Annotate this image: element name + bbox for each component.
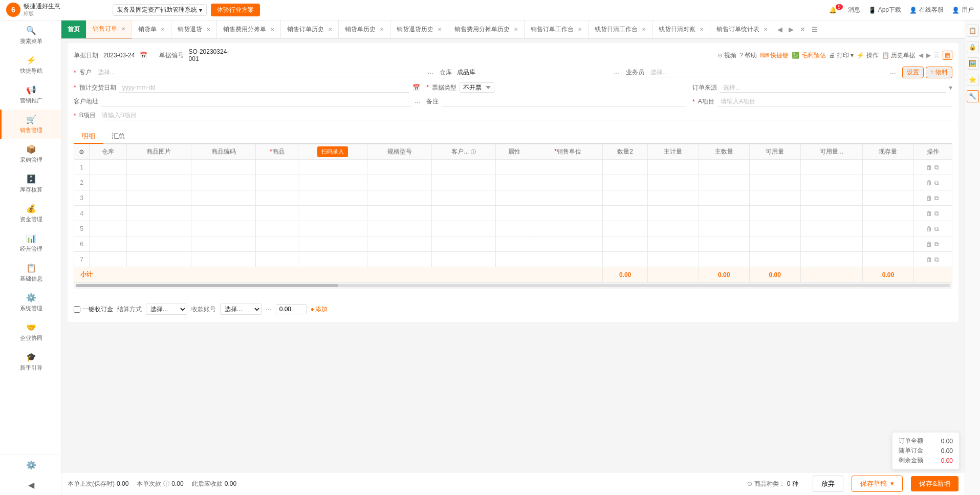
profit-btn[interactable]: 💹 毛利预估 bbox=[792, 51, 825, 60]
row-delete-icon[interactable]: 🗑 bbox=[926, 210, 932, 217]
tab-sales-invoice[interactable]: 销货单 ✕ bbox=[132, 20, 171, 39]
save-draft-btn[interactable]: 保存草稿 ▾ bbox=[852, 476, 903, 492]
sidebar-item-search[interactable]: 🔍 搜索菜单 bbox=[0, 20, 61, 50]
row-copy-icon[interactable]: ⧉ bbox=[934, 179, 939, 186]
system-selector[interactable]: 装备及固定资产辅助管理系统 ▾ bbox=[113, 4, 207, 16]
tab-sales-return[interactable]: 销货退货 ✕ bbox=[171, 20, 217, 39]
print-btn[interactable]: 🖨 打印 ▾ bbox=[829, 51, 854, 60]
sidebar-settings-btn[interactable]: ⚙️ bbox=[0, 455, 61, 475]
one-click-payment-checkbox[interactable]: 一键收订金 bbox=[74, 305, 113, 314]
tab-reconcile[interactable]: 钱货日清对账 ✕ bbox=[652, 20, 710, 39]
row-copy-icon[interactable]: ⧉ bbox=[934, 225, 939, 232]
tab-close-icon[interactable]: ✕ bbox=[121, 26, 125, 32]
right-icon-5[interactable]: 🔧 bbox=[967, 90, 979, 102]
sidebar-item-purchase[interactable]: 📦 采购管理 bbox=[0, 139, 61, 169]
operation-btn[interactable]: ⚡ 操作 bbox=[857, 51, 878, 60]
user-avatar[interactable]: 👤 用户 bbox=[952, 6, 974, 14]
remark-input[interactable] bbox=[442, 97, 686, 106]
tab-summary[interactable]: 汇总 bbox=[103, 130, 133, 143]
nav-next-icon[interactable]: ▶ bbox=[926, 52, 931, 59]
address-input[interactable] bbox=[101, 97, 411, 106]
row-copy-icon[interactable]: ⧉ bbox=[934, 241, 939, 248]
right-icon-1[interactable]: 📋 bbox=[967, 25, 979, 37]
horizontal-scrollbar[interactable] bbox=[74, 283, 952, 289]
tab-close-icon[interactable]: ✕ bbox=[700, 27, 704, 32]
row-copy-icon[interactable]: ⧉ bbox=[934, 256, 939, 263]
shortcut-btn[interactable]: ⌨ 快捷键 bbox=[760, 51, 789, 60]
th-scan[interactable]: 扫码录入 bbox=[298, 144, 367, 160]
save-new-btn[interactable]: 保存&新增 bbox=[911, 476, 959, 491]
b-project-input[interactable] bbox=[99, 111, 952, 120]
sidebar-item-finance[interactable]: 💰 资金管理 bbox=[0, 199, 61, 228]
layout-list-icon[interactable]: ☰ bbox=[934, 52, 940, 59]
right-icon-2[interactable]: 🔒 bbox=[967, 41, 979, 53]
add-payment-btn[interactable]: ● 添加 bbox=[311, 305, 328, 314]
tab-return-history[interactable]: 销货退货历史 ✕ bbox=[390, 20, 448, 39]
tab-sales-order-history[interactable]: 销售订单历史 ✕ bbox=[281, 20, 339, 39]
order-source-input[interactable] bbox=[720, 83, 946, 93]
app-download-btn[interactable]: 📱 App下载 bbox=[868, 6, 901, 14]
industry-btn[interactable]: 体验行业方案 bbox=[211, 4, 260, 16]
tab-close-icon[interactable]: ✕ bbox=[328, 27, 332, 32]
calendar2-icon[interactable]: 📅 bbox=[412, 84, 420, 91]
layout-grid-icon[interactable]: ▦ bbox=[943, 51, 952, 60]
row-delete-icon[interactable]: 🗑 bbox=[926, 256, 932, 263]
row-copy-icon[interactable]: ⧉ bbox=[934, 210, 939, 217]
message-icon[interactable]: 🔔 9 消息 bbox=[829, 6, 860, 14]
row-delete-icon[interactable]: 🗑 bbox=[926, 195, 932, 202]
ticket-select[interactable]: 不开票 bbox=[460, 82, 494, 93]
tab-close-icon[interactable]: ✕ bbox=[578, 27, 582, 32]
customer-input[interactable] bbox=[95, 68, 425, 77]
th-settings[interactable]: ⚙ bbox=[74, 144, 90, 160]
sidebar-item-quicknav[interactable]: ⚡ 快捷导航 bbox=[0, 50, 61, 80]
sidebar-collapse-btn[interactable]: ◀ bbox=[0, 475, 61, 495]
sidebar-item-guide[interactable]: 🎓 新手引导 bbox=[0, 347, 61, 377]
right-icon-3[interactable]: 🖼️ bbox=[967, 57, 979, 70]
tab-close-icon[interactable]: ✕ bbox=[438, 27, 442, 32]
sidebar-item-basic-info[interactable]: 📋 基础信息 bbox=[0, 258, 61, 288]
tab-detail[interactable]: 明细 bbox=[74, 130, 103, 144]
tab-close-icon[interactable]: ✕ bbox=[642, 27, 646, 32]
sidebar-item-system[interactable]: ⚙️ 系统管理 bbox=[0, 288, 61, 317]
right-icon-4[interactable]: ⭐ bbox=[967, 74, 979, 86]
row-delete-icon[interactable]: 🗑 bbox=[926, 179, 932, 186]
tab-expense-history[interactable]: 销售费用分摊单历史 ✕ bbox=[448, 20, 525, 39]
row-delete-icon[interactable]: 🗑 bbox=[926, 241, 932, 248]
video-btn[interactable]: ⊙ 视频 bbox=[717, 51, 736, 60]
sidebar-item-enterprise[interactable]: 🤝 企业协同 bbox=[0, 317, 61, 347]
settlement-select[interactable]: 选择... bbox=[146, 304, 187, 315]
tab-statistics[interactable]: 销售订单统计表 ✕ bbox=[710, 20, 774, 39]
tab-daily-clear[interactable]: 钱货日清工作台 ✕ bbox=[589, 20, 652, 39]
one-click-checkbox[interactable] bbox=[74, 306, 80, 313]
more-icon[interactable]: ··· bbox=[415, 98, 421, 106]
nav-prev-icon[interactable]: ◀ bbox=[919, 52, 923, 59]
more-icon[interactable]: ··· bbox=[428, 69, 434, 77]
dropdown-icon[interactable]: ▾ bbox=[949, 83, 952, 92]
account-more-icon[interactable]: ··· bbox=[266, 305, 272, 313]
row-copy-icon[interactable]: ⧉ bbox=[934, 164, 939, 171]
sidebar-item-operations[interactable]: 📊 经营管理 bbox=[0, 228, 61, 258]
help-btn[interactable]: ? 帮助 bbox=[739, 51, 757, 60]
discard-btn[interactable]: 放弃 bbox=[813, 476, 843, 492]
tab-close-icon[interactable]: ✕ bbox=[206, 27, 210, 32]
sidebar-item-inventory[interactable]: 🗄️ 库存核算 bbox=[0, 169, 61, 199]
tab-menu-btn[interactable]: ☰ bbox=[809, 20, 821, 39]
tab-close-icon[interactable]: ✕ bbox=[514, 27, 518, 32]
delivery-input[interactable] bbox=[119, 83, 410, 93]
add-material-btn[interactable]: + 物料 bbox=[926, 67, 952, 78]
tab-sales-expense[interactable]: 销售费用分摊单 ✕ bbox=[217, 20, 281, 39]
more-icon[interactable]: ··· bbox=[614, 69, 620, 77]
row-delete-icon[interactable]: 🗑 bbox=[926, 225, 932, 232]
online-service-btn[interactable]: 👤 在线客服 bbox=[909, 6, 944, 14]
tab-close-icon[interactable]: ✕ bbox=[270, 27, 274, 32]
a-project-input[interactable] bbox=[717, 97, 952, 106]
tab-sales-order[interactable]: 销售订单 ✕ bbox=[86, 20, 132, 39]
history-btn[interactable]: 📋 历史单据 bbox=[882, 51, 916, 60]
tab-workbench[interactable]: 销售订单工作台 ✕ bbox=[525, 20, 589, 39]
tab-prev-btn[interactable]: ◀ bbox=[774, 20, 786, 39]
tab-close-icon[interactable]: ✕ bbox=[764, 27, 768, 32]
staff-input[interactable] bbox=[647, 68, 887, 77]
tab-close-icon[interactable]: ✕ bbox=[380, 27, 384, 32]
payment-amount-input[interactable] bbox=[276, 304, 307, 314]
tab-invoice-history[interactable]: 销货单历史 ✕ bbox=[339, 20, 390, 39]
